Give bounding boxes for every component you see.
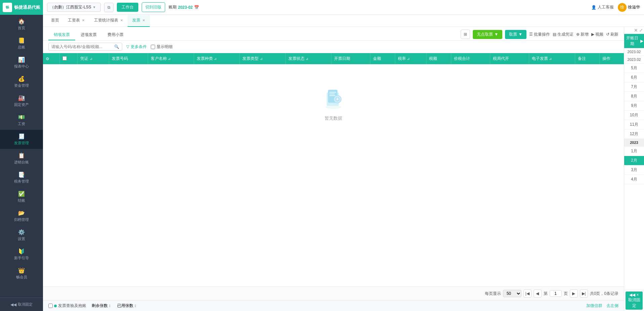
grid-layout-button[interactable]: ⊞ <box>461 30 470 39</box>
more-filter-button[interactable]: ▽ 更多条件 <box>126 44 147 50</box>
sidebar-label-home: 首页 <box>18 26 25 31</box>
settle-icon: ✅ <box>18 191 25 197</box>
sidebar-item-sales-ledger[interactable]: 📋 进销台账 <box>0 149 43 168</box>
show-detail-checkbox[interactable]: 显示明细 <box>151 44 173 50</box>
th-remark: 备注 <box>575 53 599 64</box>
copy-button[interactable]: ⧉ <box>104 3 113 12</box>
workbench-button[interactable]: 工作台 <box>117 3 138 12</box>
tab-invoice-close[interactable]: ✕ <box>142 19 145 22</box>
period-item-8m[interactable]: 8月 <box>624 92 644 101</box>
sidebar-item-member[interactable]: 👑 畅会员 <box>0 264 43 283</box>
period-item-7m[interactable]: 7月 <box>624 82 644 92</box>
sub-tabs: 销项发票 进项发票 费用小票 ⊞ 无点取票 ▼ <box>43 27 624 41</box>
sidebar-item-fixed-assets[interactable]: 🏭 固定资产 <box>0 91 43 111</box>
sidebar-item-guide[interactable]: 🔰 新手引导 <box>0 245 43 264</box>
voucher-filter-icon[interactable]: ⊿ <box>90 57 92 61</box>
sidebar-item-reports[interactable]: 📊 报表中心 <box>0 53 43 72</box>
th-settings[interactable]: ⚙ <box>43 53 59 64</box>
period-item-2m[interactable]: 2月 <box>624 156 644 165</box>
sub-tab-purchase[interactable]: 进项发票 <box>75 30 102 40</box>
video-button[interactable]: ▶ 视频 <box>591 32 603 37</box>
panel-close-x[interactable]: ✕ <box>634 28 638 33</box>
sidebar-item-invoice-mgmt[interactable]: 🧾 发票管理 <box>0 130 43 149</box>
user-service[interactable]: 👤 人工客服 <box>591 4 614 10</box>
type-filter-icon[interactable]: ⊿ <box>214 57 217 61</box>
new-button[interactable]: ⊕ 新增 <box>576 32 589 37</box>
empty-state: 暂无数据 <box>43 64 624 142</box>
period-cancel-fixed-button[interactable]: ◀◀ ×取消固定 <box>626 291 643 310</box>
video-icon: ▶ <box>591 32 594 37</box>
invoice-check-label[interactable]: 发票查验及抱账 <box>48 303 86 309</box>
e-invoice-filter-icon[interactable]: ⊿ <box>549 57 552 61</box>
customer-filter-icon[interactable]: ⊿ <box>168 57 171 61</box>
sidebar-item-ledger[interactable]: 📒 总账 <box>0 34 43 53</box>
period-item-10m[interactable]: 10月 <box>624 111 644 120</box>
sub-tab-expense[interactable]: 费用小票 <box>102 30 129 40</box>
sidebar-item-tax-mgmt[interactable]: 📑 税务管理 <box>0 168 43 187</box>
prev-page-button[interactable]: ◀ <box>534 289 542 298</box>
join-group-link[interactable]: 加微信群 <box>586 303 602 309</box>
company-selector[interactable]: （勿删）江西股宝-LSS ▼ <box>47 3 101 12</box>
go-desktop-link[interactable]: 去左侧 <box>606 303 618 309</box>
user-info[interactable]: 徐 徐溢华 <box>618 3 640 12</box>
sub-tab-sales[interactable]: 销项发票 <box>48 30 75 40</box>
no-invoice-button[interactable]: 无点取票 ▼ <box>473 30 502 39</box>
sidebar-item-settle[interactable]: ✅ 结账 <box>0 187 43 206</box>
collapse-icon: ◀◀ <box>10 302 16 307</box>
period-item-3m[interactable]: 3月 <box>624 165 644 175</box>
period-panel-header[interactable]: 开账日期 ▶ <box>624 34 644 48</box>
panel-expand-icon[interactable]: ⤢ <box>639 28 643 33</box>
topbar-right: 👤 人工客服 徐 徐溢华 <box>591 3 640 12</box>
invoice-check-checkbox[interactable] <box>48 304 53 308</box>
period-item-4m[interactable]: 4月 <box>624 175 644 184</box>
period-item-11m[interactable]: 11月 <box>624 120 644 129</box>
period-item-5m[interactable]: 5月 <box>624 64 644 73</box>
sidebar-collapse-btn[interactable]: ◀◀ 取消固定 <box>1 301 42 308</box>
sidebar-item-home[interactable]: 🏠 首页 <box>0 15 43 34</box>
sidebar-item-settings[interactable]: ⚙️ 设置 <box>0 226 43 245</box>
tab-salary-stats-close[interactable]: ✕ <box>120 19 123 22</box>
topbar: （勿删）江西股宝-LSS ▼ ⧉ 工作台 切到旧版 账期 2023-02 📅 👤… <box>43 0 644 15</box>
sidebar-item-salary[interactable]: 💵 工资 <box>0 111 43 130</box>
member-icon: 👑 <box>18 267 25 274</box>
tab-salary-stats[interactable]: 工资统计报表 ✕ <box>89 15 128 27</box>
tab-home[interactable]: 首页 <box>47 15 63 27</box>
sidebar-item-funds[interactable]: 💰 资金管理 <box>0 72 43 91</box>
refresh-button[interactable]: ↺ 刷新 <box>606 32 618 37</box>
th-checkbox[interactable] <box>59 53 78 64</box>
tax-rate-filter-icon[interactable]: ⊿ <box>407 57 410 61</box>
period-item-9m[interactable]: 9月 <box>624 101 644 111</box>
get-ticket-button[interactable]: 取票 ▼ <box>505 30 526 39</box>
tab-salary-table[interactable]: 工资表 ✕ <box>63 15 89 27</box>
tab-invoice[interactable]: 发票 ✕ <box>128 15 150 27</box>
th-open-date: 开票日期 <box>331 53 370 64</box>
generate-voucher-button[interactable]: ▤ 生成凭证 <box>553 32 573 37</box>
video-label: 视频 <box>595 32 603 37</box>
svg-rect-5 <box>329 95 335 96</box>
show-detail-input[interactable] <box>151 45 155 49</box>
next-page-button[interactable]: ▶ <box>570 289 578 298</box>
select-all-checkbox[interactable] <box>62 56 67 61</box>
svg-point-0 <box>325 106 341 109</box>
sidebar-item-archive[interactable]: 📂 归档管理 <box>0 206 43 226</box>
period-item-1m[interactable]: 1月 <box>624 147 644 156</box>
batch-ops-button[interactable]: ☰ 批量操作 <box>529 32 550 37</box>
period-item-1[interactable]: 2023.02 <box>624 56 644 64</box>
collapse-label: 取消固定 <box>18 302 33 307</box>
sidebar-bottom: ◀◀ 取消固定 <box>0 298 43 311</box>
category-filter-icon[interactable]: ⊿ <box>260 57 263 61</box>
sidebar-label-fixed-assets: 固定资产 <box>14 102 29 107</box>
status-filter-icon[interactable]: ⊿ <box>306 57 308 61</box>
period-item-6m[interactable]: 6月 <box>624 73 644 82</box>
search-input[interactable] <box>51 44 113 49</box>
first-page-button[interactable]: |◀ <box>523 289 532 298</box>
switch-old-button[interactable]: 切到旧版 <box>142 2 165 12</box>
page-input[interactable] <box>550 290 562 297</box>
page-size-select[interactable]: 50 20 100 <box>503 290 521 297</box>
period-item-0[interactable]: 2023.02 <box>624 48 644 56</box>
archive-icon: 📂 <box>18 210 25 216</box>
period-item-12m[interactable]: 12月 <box>624 129 644 139</box>
last-page-button[interactable]: ▶| <box>580 289 588 298</box>
th-amount: 金额 <box>370 53 395 64</box>
tab-salary-table-close[interactable]: ✕ <box>82 19 85 22</box>
